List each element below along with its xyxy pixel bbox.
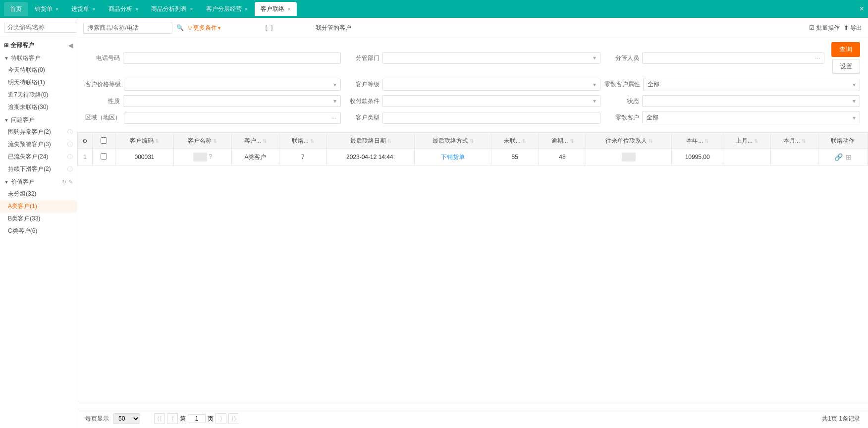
filter-phone-input[interactable] [123, 52, 341, 64]
sidebar-group-pending-contact[interactable]: ▼ 待联络客户 [0, 52, 77, 64]
sidebar-item-hoarding[interactable]: 囤购异常客户(2) ⓘ [0, 126, 77, 138]
column-type-sort[interactable]: 客户...⇅ [244, 137, 267, 145]
tab-customer-segment[interactable]: 客户分层经营 × [200, 2, 254, 16]
page-input[interactable] [188, 414, 206, 423]
filter-person-select[interactable]: ··· [642, 52, 824, 64]
export-button[interactable]: ⬆ 导出 [844, 24, 862, 32]
column-last-month-sort[interactable]: 上月...⇅ [736, 137, 758, 145]
horizontal-scrollbar[interactable] [77, 401, 868, 409]
triangle-down-icon: ▼ [4, 55, 9, 61]
column-checkbox[interactable] [93, 133, 115, 149]
tab-customer-contact-close[interactable]: × [287, 6, 290, 12]
tab-sales-close[interactable]: × [55, 6, 58, 12]
row-last-contact-method: 下销货单 [415, 149, 491, 165]
column-contact-count-sort[interactable]: 联络...⇅ [292, 137, 314, 145]
sidebar-item-7day-pending[interactable]: 近7天待联络(0) [0, 89, 77, 101]
sidebar-all-customers-header: ⊞ 全部客户 ◀ [0, 37, 77, 52]
action-link-icon[interactable]: 🔗 [834, 153, 843, 161]
refresh-icon[interactable]: ↻ [62, 179, 66, 185]
table-header-row: ⚙ 客户编码⇅ 客户名称⇅ [78, 133, 868, 149]
filter-price-level-select[interactable]: ▾ [124, 79, 341, 91]
sidebar-item-today-pending[interactable]: 今天待联络(0) [0, 64, 77, 76]
column-last-contact-method-sort[interactable]: 最后联络方式⇅ [433, 137, 474, 145]
sidebar-item-class-b[interactable]: B类客户(33) [0, 213, 77, 225]
filter-status-select[interactable]: ▾ [642, 95, 860, 107]
filter-retail-attr-select[interactable]: 全部 ▾ [643, 78, 860, 91]
filter-dept-select[interactable]: ▾ [382, 52, 600, 64]
sidebar-item-churn-warning-label: 流失预警客户(3) [8, 140, 51, 149]
filter-region-select[interactable]: ··· [124, 112, 341, 124]
top-navigation: 首页 销货单 × 进货单 × 商品分析 × 商品分析列表 × 客户分层经营 × … [0, 0, 868, 18]
column-name-sort[interactable]: 客户名称⇅ [188, 137, 217, 145]
column-contact-person-sort[interactable]: 往来单位联系人⇅ [605, 137, 652, 145]
filter-customer-level-select[interactable]: ▾ [382, 79, 600, 91]
column-last-contact-date-sort[interactable]: 最后联络日期⇅ [350, 137, 391, 145]
sidebar-item-class-a[interactable]: A类客户(1) [0, 200, 77, 213]
search-input[interactable] [83, 22, 172, 34]
tab-sales[interactable]: 销货单 × [29, 2, 64, 16]
row-checkbox[interactable] [101, 153, 107, 160]
close-all-tabs[interactable]: × [860, 4, 864, 13]
tab-customer-segment-close[interactable]: × [245, 6, 248, 12]
filter-region-label: 区域（地区） [85, 113, 121, 122]
column-not-contacted-sort[interactable]: 未联...⇅ [504, 137, 526, 145]
more-conditions-button[interactable]: ▽ 更多条件 ▾ [188, 24, 220, 32]
customer-table: ⚙ 客户编码⇅ 客户名称⇅ [77, 133, 868, 165]
tab-product-analysis-list-close[interactable]: × [190, 6, 193, 12]
filter-nature-select[interactable]: ▾ [123, 95, 341, 107]
batch-operations-button[interactable]: ☑ 批量操作 [809, 24, 840, 32]
column-gear[interactable]: ⚙ [78, 133, 93, 149]
sidebar-item-declining[interactable]: 持续下滑客户(2) ⓘ [0, 163, 77, 175]
chevron-down-icon-retail: ▾ [853, 81, 856, 88]
tab-product-analysis[interactable]: 商品分析 × [103, 2, 144, 16]
last-contact-method-link[interactable]: 下销货单 [441, 154, 465, 160]
column-overdue-sort[interactable]: 逾期...⇅ [551, 137, 574, 145]
row-checkbox-cell[interactable] [93, 149, 115, 165]
my-customers-checkbox[interactable] [224, 25, 314, 31]
sidebar: 🔍 ⊞ 全部客户 ◀ ▼ 待联络客户 今天待联络(0) 明天待联络(1) 近7天… [0, 18, 77, 428]
name-question-mark: ? [209, 153, 212, 160]
sidebar-item-ungrouped[interactable]: 未分组(32) [0, 188, 77, 200]
tab-purchase[interactable]: 进货单 × [65, 2, 101, 16]
prev-page-button[interactable]: ⟨ [167, 413, 178, 424]
info-icon-churned: ⓘ [67, 153, 73, 160]
filter-retail-customer-select[interactable]: 全部 ▾ [642, 111, 860, 124]
tab-purchase-close[interactable]: × [92, 6, 95, 12]
sidebar-item-class-c[interactable]: C类客户(6) [0, 225, 77, 237]
sidebar-group-value-customers[interactable]: ▼ 价值客户 ↻ ✎ [0, 175, 77, 188]
advanced-filter: 电话号码 分管部门 ▾ 分管人员 ··· [77, 38, 868, 133]
filter-customer-level: 客户等级 ▾ [345, 78, 600, 91]
row-last-month [723, 149, 770, 165]
tab-product-analysis-close[interactable]: × [135, 6, 138, 12]
sidebar-search-input[interactable] [4, 22, 77, 33]
info-icon-churn-warning: ⓘ [67, 141, 73, 148]
select-all-checkbox[interactable] [101, 137, 107, 144]
page-size-select[interactable]: 50 20 100 [113, 413, 140, 424]
column-code-sort[interactable]: 客户编码⇅ [130, 137, 159, 145]
filter-search-icon[interactable]: 🔍 [176, 24, 184, 31]
settings-button[interactable]: 设置 [832, 59, 860, 74]
column-year-amount-sort[interactable]: 本年...⇅ [686, 137, 708, 145]
filter-dots-person[interactable]: ··· [815, 54, 820, 61]
sidebar-collapse-icon[interactable]: ◀ [68, 42, 73, 49]
last-page-button[interactable]: ⟩⟩ [228, 413, 239, 424]
tab-customer-contact[interactable]: 客户联络 × [255, 2, 296, 16]
column-this-month-sort[interactable]: 本月...⇅ [783, 137, 806, 145]
batch-label: 批量操作 [816, 24, 840, 32]
query-button[interactable]: 查询 [831, 42, 860, 57]
sidebar-group-problem-customers[interactable]: ▼ 问题客户 [0, 113, 77, 126]
next-page-button[interactable]: ⟩ [216, 413, 226, 424]
scrollbar-inner [77, 401, 672, 402]
action-grid-icon[interactable]: ⊞ [846, 153, 852, 161]
sidebar-item-overdue-contact[interactable]: 逾期未联络(30) [0, 101, 77, 113]
sidebar-item-churn-warning[interactable]: 流失预警客户(3) ⓘ [0, 138, 77, 151]
sidebar-item-churned[interactable]: 已流失客户(24) ⓘ [0, 151, 77, 163]
filter-customer-type-input[interactable] [382, 112, 600, 124]
tab-home[interactable]: 首页 [4, 2, 28, 16]
edit-icon[interactable]: ✎ [68, 179, 73, 185]
first-page-button[interactable]: ⟨⟨ [154, 413, 165, 424]
filter-dots-region[interactable]: ··· [331, 114, 336, 121]
sidebar-item-tomorrow-pending[interactable]: 明天待联络(1) [0, 76, 77, 89]
filter-payment-select[interactable]: ▾ [382, 95, 600, 107]
tab-product-analysis-list[interactable]: 商品分析列表 × [145, 2, 199, 16]
